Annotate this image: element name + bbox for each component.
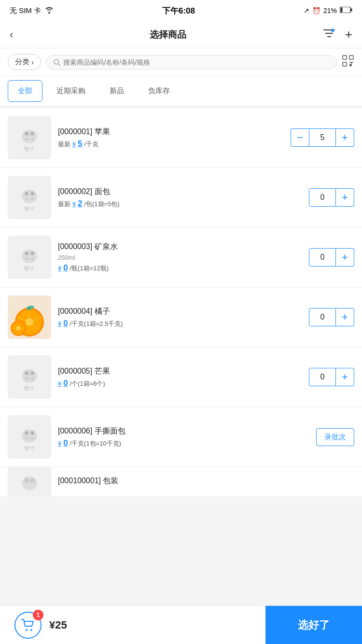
scan-icon[interactable] (342, 55, 354, 70)
svg-point-16 (22, 130, 37, 143)
svg-point-22 (30, 138, 34, 140)
svg-point-47 (16, 326, 21, 331)
product-code-name: [0000003] 矿泉水 (58, 242, 302, 252)
svg-point-67 (26, 629, 28, 631)
confirm-button[interactable]: 选好了 (265, 606, 362, 644)
tab-recent[interactable]: 近期采购 (46, 80, 96, 102)
quantity-input[interactable] (309, 308, 336, 326)
add-button[interactable]: + (345, 27, 352, 42)
cart-icon-wrap[interactable]: 1 (14, 612, 42, 639)
search-box (46, 55, 337, 70)
product-price: 最新 ¥ 5 /千克 (58, 139, 284, 149)
tab-negative[interactable]: 负库存 (138, 80, 180, 102)
category-chevron: › (31, 58, 34, 66)
product-image: 智十 (8, 355, 51, 399)
placeholder-image: 智十 (8, 415, 51, 459)
svg-rect-2 (340, 8, 342, 13)
product-image: 智十 (8, 415, 51, 459)
quantity-plus-button[interactable]: + (336, 188, 354, 207)
product-info: [0000006] 手撕面包 ¥ 0 /千克(1包=10千克) (58, 426, 309, 448)
location-icon: ↗ (304, 7, 309, 14)
tab-new[interactable]: 新品 (99, 80, 134, 102)
product-spec: 250ml (58, 254, 302, 261)
carrier-text: 无 SIM 卡 (10, 6, 41, 15)
quantity-input[interactable] (309, 128, 336, 147)
quantity-minus-button[interactable]: − (291, 128, 309, 147)
quantity-plus-button[interactable]: + (336, 248, 354, 266)
list-item: 智十 [0000005] 芒果 ¥ 0 /个(1箱=6个) + (0, 348, 362, 406)
svg-point-64 (22, 476, 37, 490)
product-info: [0000002] 面包 最新 ¥ 2 /包(1袋=5包) (58, 187, 302, 209)
svg-point-61 (31, 432, 34, 434)
search-input[interactable] (63, 58, 330, 66)
quantity-control: + (309, 308, 354, 326)
battery-percent: 21% (323, 7, 337, 14)
quantity-plus-button[interactable]: + (336, 128, 354, 147)
placeholder-image: 智十 (8, 176, 51, 219)
svg-point-66 (30, 478, 35, 483)
category-button[interactable]: 分类 › (8, 54, 41, 70)
product-price: ¥ 0 /千克(1包=10千克) (58, 438, 309, 448)
product-code-name: [0000004] 橘子 (58, 307, 302, 317)
placeholder-image: 智十 (8, 236, 51, 279)
alarm-icon: ⏰ (312, 7, 320, 14)
back-button[interactable]: ‹ (10, 28, 13, 41)
cart-badge: 1 (33, 610, 43, 620)
svg-point-20 (31, 132, 34, 135)
cart-icon (21, 618, 35, 632)
list-item: 智十 [0000002] 面包 最新 ¥ 2 /包(1袋=5包) + (0, 168, 362, 227)
quantity-plus-button[interactable]: + (336, 368, 354, 386)
svg-point-63 (30, 437, 34, 439)
tabs-bar: 全部 近期采购 新品 负库存 (0, 76, 362, 106)
product-image (8, 467, 51, 496)
battery-icon-wrap (340, 7, 352, 14)
quantity-input[interactable] (309, 368, 336, 386)
svg-point-27 (31, 192, 34, 195)
product-info: [000100001] 包装 (58, 476, 354, 488)
bottom-bar: 1 ¥25 选好了 (0, 605, 362, 644)
quantity-plus-button[interactable]: + (336, 308, 354, 326)
svg-point-50 (22, 369, 37, 383)
batch-button[interactable]: 录批次 (316, 428, 354, 446)
filter-icon[interactable] (323, 28, 335, 42)
quantity-control: + (309, 248, 354, 266)
svg-point-68 (30, 629, 32, 631)
wifi-icon (45, 7, 54, 15)
product-code-name: [000100001] 包装 (58, 476, 354, 486)
svg-point-26 (26, 192, 28, 195)
svg-point-33 (26, 252, 28, 254)
placeholder-image: 智十 (8, 355, 51, 399)
product-image: 智十 (8, 176, 51, 219)
cart-total: ¥25 (49, 619, 67, 631)
quantity-input[interactable] (309, 188, 336, 207)
product-price: ¥ 0 /千克(1箱=2.5千克) (58, 319, 302, 328)
quantity-input[interactable] (309, 248, 336, 266)
placeholder-image: 智十 (8, 116, 51, 159)
list-item: 智十 [0000001] 苹果 最新 ¥ 5 /千克 − + (0, 108, 362, 167)
product-code-name: [0000001] 苹果 (58, 127, 284, 137)
tab-all[interactable]: 全部 (8, 80, 42, 102)
quantity-control: + (309, 188, 354, 207)
quantity-control: + (309, 368, 354, 386)
svg-point-62 (25, 437, 28, 439)
status-bar: 无 SIM 卡 下午6:08 ↗ ⏰ 21% (0, 0, 362, 21)
svg-point-55 (25, 378, 28, 379)
product-info: [0000005] 芒果 ¥ 0 /个(1箱=6个) (58, 366, 302, 388)
category-label: 分类 (15, 57, 29, 67)
product-image: 智十 (8, 236, 51, 279)
nav-bar: ‹ 选择商品 + (0, 21, 362, 48)
orange-illustration (8, 295, 51, 339)
svg-point-53 (26, 372, 28, 374)
product-info: [0000004] 橘子 ¥ 0 /千克(1箱=2.5千克) (58, 307, 302, 328)
product-image: 智十 (8, 116, 51, 159)
svg-point-34 (31, 252, 34, 254)
product-price: ¥ 0 /个(1箱=6个) (58, 378, 302, 388)
status-time: 下午6:08 (162, 5, 195, 16)
svg-line-9 (58, 63, 60, 65)
nav-actions: + (323, 27, 352, 42)
search-icon (53, 58, 60, 66)
product-info: [0000003] 矿泉水 250ml ¥ 0 /瓶(1箱=12瓶) (58, 242, 302, 273)
product-price: 最新 ¥ 2 /包(1袋=5包) (58, 199, 302, 209)
svg-point-60 (26, 432, 28, 434)
list-item: 智十 [0000003] 矿泉水 250ml ¥ 0 /瓶(1箱=12瓶) + (0, 228, 362, 287)
